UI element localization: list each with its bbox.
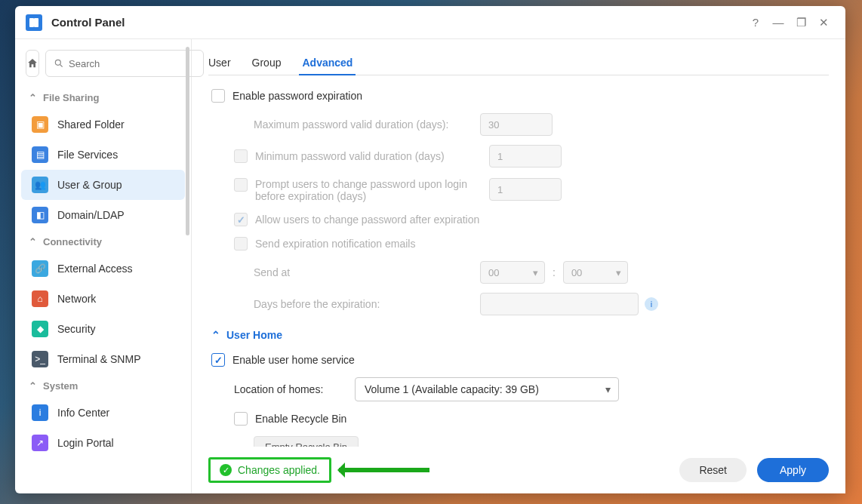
settings-content: Enable password expiration Maximum passw… (208, 75, 829, 493)
enable-recycle-label: Enable Recycle Bin (255, 413, 346, 425)
svg-line-1 (60, 65, 63, 67)
send-notif-checkbox (234, 237, 248, 250)
prompt-change-label: Prompt users to change password upon log… (255, 178, 482, 202)
sidebar-item-external-access[interactable]: 🔗External Access (21, 254, 185, 284)
chevron-up-icon: ⌃ (29, 236, 37, 247)
svg-point-0 (55, 60, 60, 65)
sidebar: ⌃ File Sharing ▣Shared Folder ▤File Serv… (15, 39, 192, 493)
users-icon: 👥 (32, 177, 48, 193)
location-label: Location of homes: (234, 383, 347, 395)
search-input[interactable] (69, 58, 195, 69)
min-duration-label: Minimum password valid duration (days) (255, 150, 482, 162)
sidebar-item-label: Login Portal (57, 437, 114, 449)
section-label: System (43, 380, 78, 392)
enable-password-expiration-checkbox[interactable] (211, 89, 225, 103)
reset-button[interactable]: Reset (679, 458, 747, 482)
max-duration-label: Maximum password valid duration (days): (254, 118, 480, 131)
section-connectivity[interactable]: ⌃ Connectivity (15, 230, 191, 254)
app-icon (26, 14, 42, 31)
section-label: Connectivity (43, 236, 102, 247)
sidebar-item-label: Security (57, 323, 96, 335)
apply-button[interactable]: Apply (757, 458, 829, 482)
send-hour-select: 00 (480, 261, 545, 284)
min-duration-input (489, 145, 562, 167)
send-at-label: Send at (254, 266, 480, 278)
home-button[interactable] (26, 50, 39, 77)
close-button[interactable]: ✕ (812, 11, 835, 34)
footer: ✓ Changes applied. Reset Apply (192, 447, 845, 493)
sidebar-item-label: Terminal & SNMP (57, 353, 140, 365)
minimize-button[interactable]: — (767, 11, 790, 34)
file-icon: ▤ (32, 146, 48, 163)
days-before-input (480, 293, 639, 315)
sidebar-item-label: Shared Folder (57, 118, 125, 131)
tabs: User Group Advanced (208, 50, 829, 75)
chevron-up-icon: ⌃ (29, 92, 37, 103)
sidebar-item-login-portal[interactable]: ↗Login Portal (21, 428, 185, 458)
sidebar-item-domain-ldap[interactable]: ◧Domain/LDAP (21, 200, 185, 230)
status-text: Changes applied. (238, 464, 320, 476)
maximize-button[interactable]: ❐ (790, 11, 812, 34)
sidebar-item-label: User & Group (57, 179, 122, 191)
home-icon (26, 57, 38, 69)
annotation-arrow (339, 468, 429, 472)
time-colon: : (553, 266, 556, 278)
portal-icon: ↗ (32, 435, 48, 451)
control-panel-window: Control Panel ? — ❐ ✕ ⌃ File Sharing ▣Sh… (15, 6, 845, 493)
link-icon: 🔗 (32, 260, 48, 277)
status-message: ✓ Changes applied. (208, 457, 331, 483)
enable-user-home-checkbox[interactable] (211, 353, 225, 367)
tab-user[interactable]: User (208, 50, 231, 75)
send-notif-label: Send expiration notification emails (255, 238, 415, 250)
section-title: User Home (226, 329, 282, 341)
enable-password-expiration-label: Enable password expiration (232, 90, 362, 102)
max-duration-input (480, 113, 553, 136)
sidebar-scrollbar[interactable] (186, 47, 189, 235)
sidebar-item-label: External Access (57, 263, 133, 275)
folder-icon: ▣ (32, 116, 48, 133)
info-icon[interactable]: i (645, 297, 658, 311)
send-minute-select: 00 (563, 261, 628, 284)
tab-advanced[interactable]: Advanced (302, 50, 352, 75)
sidebar-item-label: Domain/LDAP (57, 209, 125, 221)
enable-user-home-label: Enable user home service (232, 354, 355, 366)
chevron-up-icon: ⌃ (211, 329, 220, 341)
enable-recycle-checkbox[interactable] (234, 412, 248, 426)
search-box[interactable] (45, 50, 204, 77)
titlebar: Control Panel ? — ❐ ✕ (15, 6, 845, 39)
shield-icon: ◆ (32, 321, 48, 337)
sidebar-item-network[interactable]: ⌂Network (21, 284, 185, 314)
domain-icon: ◧ (32, 207, 48, 223)
window-title: Control Panel (51, 16, 125, 29)
help-button[interactable]: ? (744, 11, 767, 34)
user-home-section-toggle[interactable]: ⌃ User Home (211, 329, 826, 341)
sidebar-item-security[interactable]: ◆Security (21, 314, 185, 344)
tab-group[interactable]: Group (252, 50, 282, 75)
sidebar-item-file-services[interactable]: ▤File Services (21, 140, 185, 170)
section-label: File Sharing (43, 92, 99, 103)
allow-change-after-checkbox (234, 213, 248, 226)
section-file-sharing[interactable]: ⌃ File Sharing (15, 86, 191, 109)
main-panel: User Group Advanced Enable password expi… (192, 39, 845, 493)
section-system[interactable]: ⌃ System (15, 374, 191, 398)
days-before-label: Days before the expiration: (254, 298, 480, 310)
sidebar-item-label: File Services (57, 149, 118, 161)
sidebar-item-info-center[interactable]: iInfo Center (21, 398, 185, 428)
terminal-icon: >_ (32, 351, 48, 367)
search-icon (54, 58, 64, 69)
sidebar-item-terminal-snmp[interactable]: >_Terminal & SNMP (21, 344, 185, 374)
sidebar-item-user-group[interactable]: 👥User & Group (21, 170, 185, 200)
prompt-change-checkbox (234, 178, 248, 192)
sidebar-item-label: Network (57, 293, 96, 305)
info-icon: i (32, 404, 48, 421)
check-circle-icon: ✓ (220, 464, 232, 476)
network-icon: ⌂ (32, 290, 48, 307)
location-select[interactable]: Volume 1 (Available capacity: 39 GB) (355, 377, 619, 401)
sidebar-item-shared-folder[interactable]: ▣Shared Folder (21, 109, 185, 140)
min-duration-checkbox (234, 149, 248, 163)
prompt-change-input (489, 178, 562, 201)
allow-change-after-label: Allow users to change password after exp… (255, 214, 479, 226)
sidebar-item-label: Info Center (57, 407, 109, 419)
chevron-up-icon: ⌃ (29, 380, 37, 392)
